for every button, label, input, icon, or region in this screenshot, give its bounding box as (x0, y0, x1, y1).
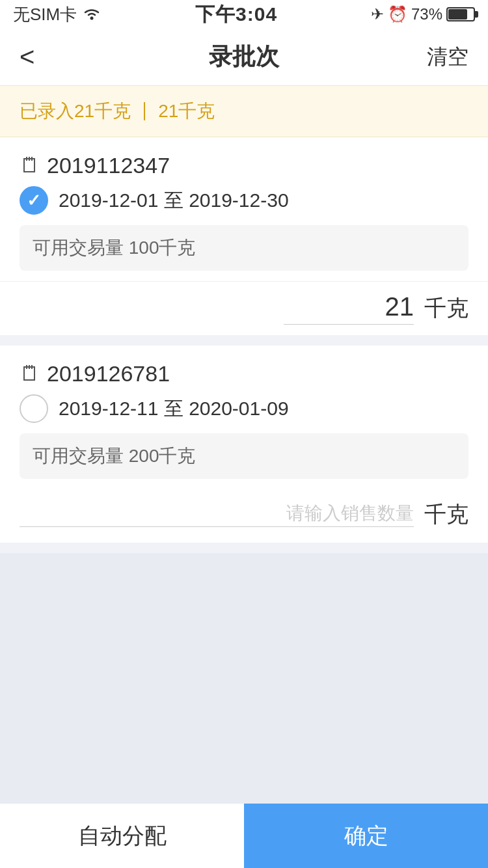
carrier-text: 无SIM卡 (13, 3, 77, 26)
batch-1-icon: 🗒 (20, 154, 40, 178)
batch-2-quantity-input[interactable] (181, 503, 414, 524)
batch-2-date: 2019-12-11 至 2020-01-09 (59, 396, 289, 422)
time-display: 下午3:04 (195, 1, 277, 28)
empty-gray-area (0, 553, 488, 839)
batch-2-radio[interactable] (20, 394, 48, 423)
batch-1-radio[interactable] (20, 186, 48, 215)
back-button[interactable]: < (20, 42, 72, 72)
recorded-label: 已录入21千克 (20, 99, 131, 124)
batch-1-quantity-input[interactable] (284, 292, 414, 321)
svg-point-0 (90, 16, 94, 20)
banner-divider (144, 102, 145, 120)
battery-icon (446, 7, 475, 21)
divider-1 (0, 335, 488, 346)
batch-2-header: 🗒 2019126781 (20, 361, 468, 387)
status-left: 无SIM卡 (13, 3, 102, 26)
batch-1-quantity-row: 千克 (0, 281, 488, 335)
batch-2-quantity-row: 千克 (0, 489, 488, 543)
batch-2-unit: 千克 (424, 500, 468, 530)
content-area: 🗒 2019112347 2019-12-01 至 2019-12-30 可用交… (0, 137, 488, 839)
status-bar: 无SIM卡 下午3:04 ✈ ⏰ 73% (0, 0, 488, 29)
batch-item-1: 🗒 2019112347 2019-12-01 至 2019-12-30 可用交… (0, 137, 488, 335)
page-title: 录批次 (209, 41, 279, 73)
wifi-icon (82, 5, 102, 25)
nav-bar: < 录批次 清空 (0, 29, 488, 86)
status-right: ✈ ⏰ 73% (371, 5, 475, 23)
bottom-bar: 自动分配 确定 (0, 803, 488, 868)
batch-1-date: 2019-12-01 至 2019-12-30 (59, 187, 289, 214)
divider-2 (0, 543, 488, 553)
battery-percent: 73% (411, 5, 442, 23)
alarm-icon: ⏰ (388, 5, 407, 23)
batch-2-id: 2019126781 (47, 361, 170, 387)
batch-2-availability: 可用交易量 200千克 (20, 433, 468, 479)
batch-item-2: 🗒 2019126781 2019-12-11 至 2020-01-09 可用交… (0, 346, 488, 543)
auto-distribute-button[interactable]: 自动分配 (0, 804, 244, 868)
info-banner: 已录入21千克 21千克 (0, 86, 488, 137)
clear-button[interactable]: 清空 (416, 43, 468, 72)
batch-1-unit: 千克 (424, 293, 468, 323)
batch-1-input-wrapper (284, 292, 414, 325)
confirm-button[interactable]: 确定 (244, 804, 488, 868)
batch-1-id: 2019112347 (47, 153, 170, 178)
batch-1-date-row: 2019-12-01 至 2019-12-30 (20, 186, 468, 215)
batch-1-header: 🗒 2019112347 (20, 153, 468, 178)
batch-1-availability: 可用交易量 100千克 (20, 225, 468, 271)
batch-2-date-row: 2019-12-11 至 2020-01-09 (20, 394, 468, 423)
location-icon: ✈ (371, 5, 384, 23)
batch-2-icon: 🗒 (20, 362, 40, 386)
recorded-value: 21千克 (158, 99, 215, 124)
batch-2-input-wrapper (20, 503, 414, 527)
